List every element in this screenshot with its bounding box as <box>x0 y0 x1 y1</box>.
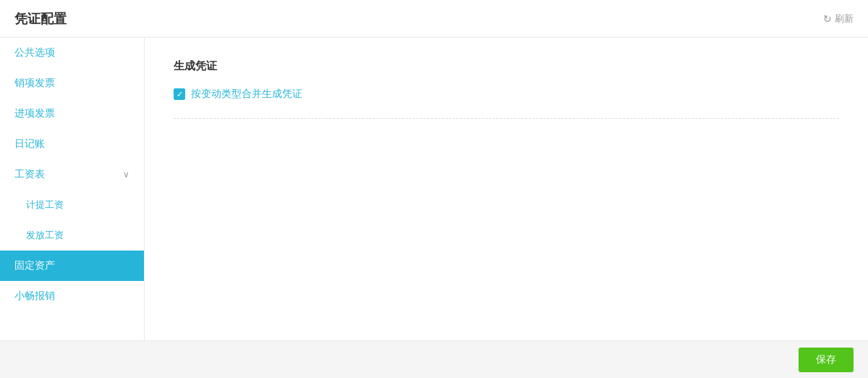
sidebar-item-commission[interactable]: 计提工资 <box>0 190 144 220</box>
content-area: 生成凭证 ✓ 按变动类型合并生成凭证 <box>145 38 868 340</box>
sidebar-item-label: 工资表 <box>14 168 45 181</box>
sidebar-item-sales-invoice[interactable]: 销项发票 <box>0 68 144 98</box>
sidebar-item-label: 小畅报销 <box>14 290 55 303</box>
sidebar-item-label: 销项发票 <box>14 77 55 90</box>
refresh-label: 刷新 <box>835 12 854 25</box>
chevron-down-icon: ∨ <box>123 169 129 180</box>
sidebar: 公共选项销项发票进项发票日记账工资表∨计提工资发放工资固定资产小畅报销 <box>0 38 145 340</box>
checkmark-icon: ✓ <box>176 91 183 98</box>
sidebar-item-label: 计提工资 <box>26 198 64 211</box>
footer: 保存 <box>0 340 868 378</box>
merge-checkbox[interactable]: ✓ <box>174 88 185 100</box>
save-button[interactable]: 保存 <box>799 348 854 372</box>
refresh-icon: ↻ <box>823 13 832 25</box>
sidebar-item-label: 日记账 <box>14 138 45 151</box>
sidebar-item-purchase-invoice[interactable]: 进项发票 <box>0 98 144 129</box>
sidebar-item-label: 发放工资 <box>26 229 64 242</box>
sidebar-item-label: 进项发票 <box>14 107 55 120</box>
checkbox-label[interactable]: 按变动类型合并生成凭证 <box>191 88 302 101</box>
page-title: 凭证配置 <box>14 10 67 28</box>
header: 凭证配置 ↻ 刷新 <box>0 0 868 38</box>
sidebar-item-journal[interactable]: 日记账 <box>0 129 144 159</box>
sidebar-item-distribute[interactable]: 发放工资 <box>0 220 144 251</box>
section-title: 生成凭证 <box>174 59 839 73</box>
sidebar-item-expense[interactable]: 小畅报销 <box>0 281 144 311</box>
sidebar-item-label: 公共选项 <box>14 46 55 59</box>
sidebar-item-public-options[interactable]: 公共选项 <box>0 38 144 68</box>
divider <box>174 118 839 119</box>
checkbox-row: ✓ 按变动类型合并生成凭证 <box>174 88 839 101</box>
sidebar-item-payroll[interactable]: 工资表∨ <box>0 159 144 190</box>
sidebar-item-label: 固定资产 <box>14 259 55 272</box>
sidebar-item-fixed-assets[interactable]: 固定资产 <box>0 251 144 281</box>
refresh-button[interactable]: ↻ 刷新 <box>823 12 854 25</box>
main-area: 公共选项销项发票进项发票日记账工资表∨计提工资发放工资固定资产小畅报销 生成凭证… <box>0 38 868 340</box>
